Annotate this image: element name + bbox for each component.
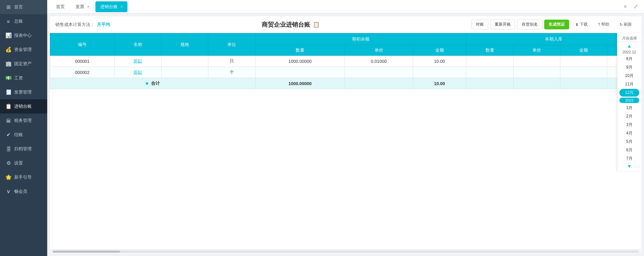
col-unit: 单位	[208, 33, 255, 56]
member-icon: V	[5, 189, 11, 194]
cell-op-amount: 10.00	[413, 56, 466, 67]
col-opening-balance: 期初余额	[255, 33, 466, 45]
tab-invoice-close[interactable]: ×	[87, 4, 89, 9]
month-item-11[interactable]: 11月	[617, 80, 641, 88]
month-item-2[interactable]: 2月	[617, 112, 641, 121]
month-item-12[interactable]: 12月	[619, 89, 639, 97]
tab-purchase-sales[interactable]: 进销台账 ×	[95, 1, 127, 12]
save-alias-button[interactable]: 存货别名	[517, 20, 542, 29]
month-scroll-down[interactable]: ▼	[617, 163, 641, 170]
year-2023-tag: 2023	[619, 98, 639, 103]
col-op-amount: 金额	[413, 45, 466, 56]
content-area: 销售成本计算方法： 月平均 商贸企业进销台账 📋 对账 重新开账 存货别名 生成…	[50, 16, 641, 253]
tab-invoice[interactable]: 发票 ×	[71, 1, 94, 12]
generate-voucher-button[interactable]: 生成凭证	[544, 20, 569, 29]
sidebar-item-archive[interactable]: 🗄 归档管理	[0, 142, 47, 156]
sidebar-item-label: 总账	[14, 18, 23, 24]
scrollbar-thumb[interactable]	[53, 251, 120, 253]
tab-home[interactable]: 首页	[51, 1, 69, 12]
cell-op-price: 0.01000	[345, 56, 413, 67]
sidebar-item-label: 报表中心	[14, 32, 32, 39]
sidebar-item-label: 新手引导	[14, 174, 32, 180]
help-button[interactable]: ? 帮助	[594, 20, 613, 29]
year-2022: 2022.12	[617, 49, 641, 55]
funds-icon: 💰	[5, 47, 11, 53]
toolbar-actions: 对账 重新开账 存货别名 生成凭证 ⬇ 下载 ? 帮助 ↻ 刷新	[471, 20, 636, 29]
sidebar-item-assets[interactable]: 🏢 固定资产	[0, 57, 47, 71]
month-item-10[interactable]: 10月	[617, 72, 641, 80]
sidebar-item-tax[interactable]: 🏛 税务管理	[0, 113, 47, 128]
cell-pi-price	[513, 67, 560, 78]
month-item-4[interactable]: 4月	[617, 129, 641, 137]
sidebar-item-label: 畅会员	[14, 188, 27, 195]
home-icon: ⊞	[5, 4, 11, 10]
sidebar-item-settings[interactable]: ⚙ 设置	[0, 156, 47, 170]
window-maximize-button[interactable]: ⤢	[632, 3, 640, 10]
tab-purchase-sales-close[interactable]: ×	[120, 4, 123, 9]
scrollbar-track	[53, 251, 639, 253]
reopen-button[interactable]: 重新开账	[490, 20, 515, 29]
month-scroll-up[interactable]: ▲	[617, 43, 641, 49]
table-row: 000002 前缸 个	[50, 67, 641, 78]
settings-icon: ⚙	[5, 160, 11, 166]
total-op-price	[345, 78, 413, 89]
tab-invoice-label: 发票	[76, 4, 84, 10]
page-title: 商贸企业进销台账	[262, 21, 310, 29]
sidebar-item-label: 进销台账	[14, 103, 32, 109]
col-pi-qty: 数量	[466, 45, 513, 56]
sidebar-item-ledger[interactable]: ≡ 总账	[0, 14, 47, 28]
month-item-1[interactable]: 1月	[617, 104, 641, 112]
cell-pi-qty	[466, 56, 513, 67]
month-item-6[interactable]: 6月	[617, 146, 641, 154]
tab-purchase-sales-label: 进销台账	[100, 4, 118, 10]
sidebar-item-funds[interactable]: 💰 资金管理	[0, 43, 47, 57]
horizontal-scrollbar[interactable]	[50, 249, 641, 253]
close-ledger-icon: ✔	[5, 132, 11, 138]
sidebar-item-label: 固定资产	[14, 61, 32, 67]
month-item-8[interactable]: 8月	[617, 55, 641, 63]
sidebar-item-reports[interactable]: 📊 报表中心	[0, 28, 47, 43]
cell-name[interactable]: 前缸	[114, 67, 161, 78]
total-pi-price	[513, 78, 560, 89]
col-op-price: 单价	[345, 45, 413, 56]
sidebar-item-label: 工资	[14, 75, 23, 81]
title-info-icon[interactable]: 📋	[313, 21, 320, 28]
salary-icon: 💵	[5, 75, 11, 81]
sidebar-item-label: 归档管理	[14, 146, 32, 152]
reconcile-button[interactable]: 对账	[471, 20, 488, 29]
download-icon: ⬇	[575, 22, 579, 27]
cell-unit: 只	[208, 56, 255, 67]
tax-icon: 🏛	[5, 118, 11, 124]
sidebar-item-close[interactable]: ✔ 结账	[0, 128, 47, 142]
table-row: 000001 前缸 只 1000.00000 0.01000 10.00	[50, 56, 641, 67]
cell-spec	[162, 67, 208, 78]
sidebar-item-member[interactable]: V 畅会员	[0, 184, 47, 199]
month-item-7[interactable]: 7月	[617, 154, 641, 163]
download-button[interactable]: ⬇ 下载	[571, 20, 592, 29]
month-item-5[interactable]: 5月	[617, 137, 641, 146]
help-icon: ?	[598, 22, 600, 27]
table-header-main: 编号 名称 规格 单位 期初余额 本期入库	[50, 33, 641, 45]
sidebar-item-salary[interactable]: 💵 工资	[0, 71, 47, 85]
sidebar-item-guide[interactable]: 🌟 新手引导	[0, 170, 47, 184]
cell-op-amount	[413, 67, 466, 78]
cell-op-price	[345, 67, 413, 78]
sidebar-item-home[interactable]: ⊞ 首页	[0, 0, 47, 14]
month-item-3[interactable]: 3月	[617, 121, 641, 129]
cell-name[interactable]: 前缸	[114, 56, 161, 67]
refresh-icon: ↻	[619, 22, 623, 27]
tab-home-label: 首页	[56, 4, 65, 10]
table-container: 编号 名称 规格 单位 期初余额 本期入库 数量 单价 金额 数量	[50, 33, 641, 249]
cell-op-qty: 1000.00000	[255, 56, 345, 67]
sidebar-item-purchase-sales[interactable]: 📋 进销台账	[0, 99, 47, 113]
refresh-button[interactable]: ↻ 刷新	[615, 20, 636, 29]
month-item-9[interactable]: 9月	[617, 63, 641, 72]
total-pi-qty	[466, 78, 513, 89]
cell-pi-amount	[560, 56, 607, 67]
table-month-wrapper: 编号 名称 规格 单位 期初余额 本期入库 数量 单价 金额 数量	[50, 33, 641, 249]
month-panel: 月份选择 ▲ 2022.12 8月 9月 10月 11月 12月 2023 1月…	[617, 33, 641, 171]
sidebar-item-invoice-mgmt[interactable]: 🧾 发票管理	[0, 85, 47, 99]
window-close-button[interactable]: ×	[622, 3, 629, 10]
title-area: 商贸企业进销台账 📋	[113, 21, 469, 29]
reports-icon: 📊	[5, 32, 11, 39]
